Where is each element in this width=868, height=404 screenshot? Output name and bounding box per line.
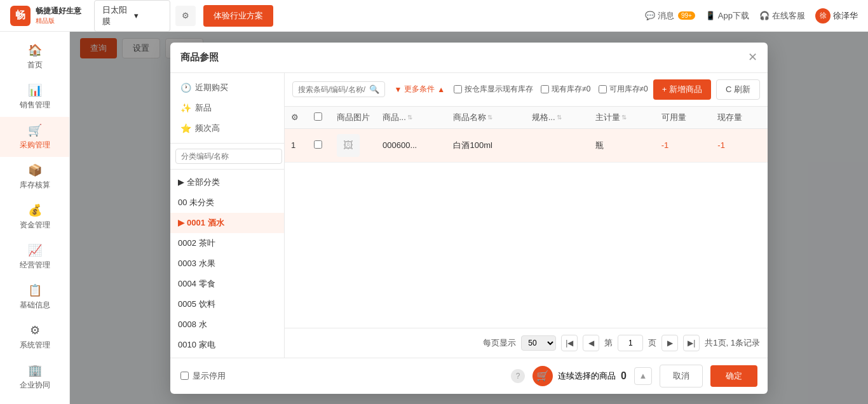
table-header-stock: 现存量: [711, 107, 768, 129]
sidebar-item-label: 经营管理: [20, 260, 50, 271]
sidebar-item-label: 销售管理: [20, 100, 50, 111]
sidebar-item-inventory[interactable]: 📦 库存核算: [0, 157, 69, 197]
category-item-label: 0010 家电: [178, 339, 215, 351]
tab-recent-purchase[interactable]: 🕐 近期购买: [175, 78, 279, 97]
modal-overlay: 商品参照 ✕ 🕐 近期购买 ✨ 新: [70, 32, 868, 404]
add-product-button[interactable]: + 新增商品: [653, 79, 711, 100]
help-button[interactable]: ?: [511, 369, 525, 383]
show-disabled-input[interactable]: [180, 372, 189, 380]
main-content: 查询 设置 刷新 商品参照 ✕ 🕐: [70, 32, 868, 404]
category-search: 🔍: [170, 144, 284, 170]
user-avatar[interactable]: 徐 徐泽华: [815, 8, 858, 24]
more-filter-button[interactable]: ▼ 更多条件 ▲: [390, 81, 449, 97]
row-check: [308, 128, 330, 162]
category-drinks[interactable]: 0005 饮料: [170, 294, 284, 314]
sidebar-item-home[interactable]: 🏠 首页: [0, 37, 69, 77]
star-icon: ⭐: [180, 123, 191, 133]
modal-footer: 显示停用 ? 🛒 连续选择的商品 0 ▲ 取消 确定: [170, 358, 768, 394]
tab-label: 近期购买: [195, 82, 228, 93]
footer-right: ? 🛒 连续选择的商品 0 ▲ 取消 确定: [511, 365, 757, 387]
table-header-unit[interactable]: 主计量 ⇅: [589, 107, 655, 129]
select-all-checkbox[interactable]: [314, 112, 322, 121]
checkbox-available-label: 可用库存≠0: [609, 84, 648, 95]
category-liquor[interactable]: ▶ 0001 酒水: [170, 213, 284, 233]
checkbox-warehouse-input[interactable]: [454, 85, 462, 93]
row-checkbox[interactable]: [314, 140, 322, 149]
online-service-item[interactable]: 🎧 在线客服: [759, 10, 805, 22]
sidebar-item-operations[interactable]: 📈 经营管理: [0, 237, 69, 277]
category-item-label: 0002 茶叶: [178, 238, 215, 249]
modal-close-button[interactable]: ✕: [748, 50, 757, 64]
table-header-name[interactable]: 商品名称 ⇅: [447, 107, 525, 129]
row-image: 🖼: [330, 128, 376, 162]
first-page-button[interactable]: |◀: [561, 335, 578, 351]
next-page-button[interactable]: ▶: [661, 335, 678, 351]
page-input[interactable]: [618, 335, 643, 351]
filter-icon: ▼: [394, 85, 402, 94]
settings-icon[interactable]: ⚙: [291, 112, 299, 122]
basic-info-icon: 📋: [28, 283, 42, 297]
arrow-right-icon: ▶: [178, 177, 184, 187]
product-search-icon[interactable]: 🔍: [369, 84, 379, 94]
app-download-item[interactable]: 📱 App下载: [705, 10, 749, 22]
sidebar-item-enterprise[interactable]: 🏢 企业协同: [0, 357, 69, 397]
avatar: 徐: [815, 8, 831, 24]
messages-badge: 99+: [678, 11, 695, 20]
messages-item[interactable]: 💬 消息 99+: [645, 10, 695, 22]
category-water[interactable]: 0008 水: [170, 314, 284, 335]
category-tea[interactable]: 0002 茶叶: [170, 233, 284, 253]
table-header-available[interactable]: 可用量: [655, 107, 712, 129]
per-page-select[interactable]: 50 10 20 100: [521, 335, 556, 351]
message-icon: 💬: [645, 11, 655, 20]
category-snacks[interactable]: 0004 零食: [170, 274, 284, 294]
modal-title: 商品参照: [180, 51, 748, 64]
show-disabled-checkbox[interactable]: 显示停用: [180, 370, 226, 382]
finance-icon: 💰: [28, 203, 42, 217]
nav-dropdown[interactable]: 日太阳膜 ▾: [94, 0, 170, 32]
product-search-wrapper: 🔍: [292, 81, 385, 97]
prev-page-button[interactable]: ◀: [583, 335, 599, 351]
tab-high-frequency[interactable]: ⭐ 频次高: [175, 119, 279, 138]
sidebar-item-sales[interactable]: 📊 销售管理: [0, 77, 69, 117]
checkbox-existing[interactable]: 现有库存≠0: [541, 84, 590, 95]
sidebar-item-label: 采购管理: [20, 140, 50, 151]
table-header-code[interactable]: 商品... ⇅: [376, 107, 447, 129]
table-header-spec[interactable]: 规格... ⇅: [526, 107, 589, 129]
gear-button[interactable]: ⚙: [175, 6, 196, 26]
category-fruit[interactable]: 0003 水果: [170, 253, 284, 274]
category-all[interactable]: ▶ 全部分类: [170, 172, 284, 192]
category-uncategorized[interactable]: 00 未分类: [170, 192, 284, 213]
last-page-button[interactable]: ▶|: [683, 335, 700, 351]
checkbox-available-input[interactable]: [599, 85, 607, 93]
row-available: -1: [655, 128, 712, 162]
product-table-wrapper: ⚙ 商品图片: [285, 107, 768, 328]
logo-icon: 畅: [10, 6, 31, 26]
category-item-label: 0008 水: [178, 319, 207, 330]
fold-button[interactable]: ▲: [634, 367, 652, 385]
modal-body: 🕐 近期购买 ✨ 新品 ⭐ 频次高: [170, 73, 768, 358]
sidebar-item-basic-info[interactable]: 📋 基础信息: [0, 277, 69, 317]
messages-label: 消息: [658, 10, 674, 22]
category-item-label: 全部分类: [187, 177, 220, 188]
confirm-button[interactable]: 确定: [710, 365, 757, 387]
new-icon: ✨: [180, 103, 191, 113]
product-search-input[interactable]: [298, 85, 365, 94]
table-row[interactable]: 1 🖼 000600... 白酒100ml: [285, 128, 768, 162]
sidebar-item-purchase[interactable]: 🛒 采购管理: [0, 117, 69, 157]
refresh-button[interactable]: C 刷新: [716, 79, 760, 100]
category-search-input[interactable]: [175, 149, 282, 164]
category-appliances[interactable]: 0010 家电: [170, 335, 284, 355]
cancel-button[interactable]: 取消: [660, 365, 703, 387]
sidebar: 🏠 首页 📊 销售管理 🛒 采购管理 📦 库存核算 💰 资金管理 📈 经营管理 …: [0, 32, 70, 404]
checkbox-available[interactable]: 可用库存≠0: [599, 84, 648, 95]
checkbox-warehouse[interactable]: 按仓库显示现有库存: [454, 84, 533, 95]
experience-button[interactable]: 体验行业方案: [203, 5, 273, 27]
checkbox-existing-input[interactable]: [541, 85, 549, 93]
sort-icon: ⇅: [407, 114, 412, 121]
row-spec: [526, 128, 589, 162]
sidebar-item-system[interactable]: ⚙ 系统管理: [0, 317, 69, 357]
tab-new-products[interactable]: ✨ 新品: [175, 98, 279, 118]
sidebar-item-guide[interactable]: 🎯 新手引导: [0, 397, 69, 404]
sidebar-item-finance[interactable]: 💰 资金管理: [0, 197, 69, 237]
sort-icon-spec: ⇅: [557, 114, 562, 121]
